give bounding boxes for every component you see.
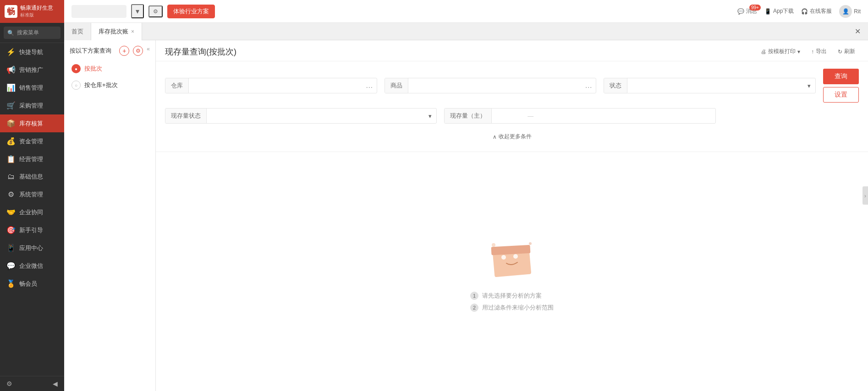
export-label: 导出 [816,48,827,55]
sidebar-item-member[interactable]: 🏅 畅会员 [0,275,64,293]
tab-bar: 首页 库存批次账 × ✕ [64,23,868,40]
sidebar-item-label: 系统管理 [19,190,43,199]
sidebar-item-apps[interactable]: 📱 应用中心 [0,239,64,257]
quantity-range: — [492,109,715,123]
search-icon: 🔍 [7,30,14,36]
online-service-button[interactable]: 🎧 在线客服 [801,7,832,15]
stock-status-filter: 现存量状态 ▾ [165,108,437,124]
sidebar-item-label: 销售管理 [19,84,43,92]
collapse-label: 收起更多条件 [499,133,532,141]
sidebar-item-inventory[interactable]: 📦 库存核算 [0,114,64,132]
sidebar-item-enterprise[interactable]: 🤝 企业协同 [0,203,64,221]
sidebar-item-label: 畅会员 [19,280,37,288]
sidebar-item-quick-nav[interactable]: ⚡ 快捷导航 [0,43,64,61]
scheme-by-warehouse-batch-label: 按仓库+批次 [84,81,118,89]
basic-icon: 🗂 [6,173,16,181]
product-more-icon: … [585,81,592,89]
left-panel-collapse-button[interactable]: « [147,46,150,56]
purchase-icon: 🛒 [6,101,16,110]
tip1-number: 1 [470,292,478,300]
sidebar-item-wechat[interactable]: 💬 企业微信 [0,257,64,275]
tip1-text: 请先选择要分析的方案 [482,292,542,300]
sidebar-item-purchase[interactable]: 🛒 采购管理 [0,97,64,114]
query-button[interactable]: 查询 [823,69,859,84]
tab-inventory-batch[interactable]: 库存批次账 × [91,23,142,40]
empty-state: 1 请先选择要分析的方案 2 用过滤条件来缩小分析范围 [156,152,868,391]
sidebar-item-operation[interactable]: 📋 经营管理 [0,150,64,168]
sidebar-search-area: 🔍 搜索菜单 [0,23,64,43]
sidebar-item-sales[interactable]: 📊 销售管理 [0,79,64,97]
status-select[interactable]: ▾ [627,79,815,92]
experience-btn[interactable]: 体验行业方案 [167,5,215,18]
app-logo: 畅 [5,5,17,18]
quantity-max-input[interactable] [537,109,565,123]
gear-icon: ⚙ [136,48,141,54]
warehouse-more-button[interactable]: … [362,80,377,92]
app-download-button[interactable]: 📱 App下载 [764,7,794,15]
right-panel-toggle[interactable]: › [863,186,868,205]
inventory-icon: 📦 [6,119,16,128]
tab-close-icon[interactable]: × [131,28,134,35]
stock-status-select[interactable]: ▾ [207,109,436,123]
sidebar-footer: ⚙ ◀ [0,376,64,391]
svg-point-4 [492,243,495,247]
print-chevron-icon: ▾ [797,49,800,55]
sidebar-settings-button[interactable]: ⚙ [6,380,12,387]
wechat-icon: 💬 [6,261,16,270]
member-icon: 🏅 [6,279,16,288]
sidebar-collapse-button[interactable]: ◀ [53,380,58,387]
filter-settings-button[interactable]: 设置 [823,87,859,103]
scheme-by-batch-item[interactable]: ● 按批次 [64,60,155,77]
sidebar-item-label: 快捷导航 [19,48,43,56]
message-button[interactable]: 💬 消息 99+ [737,7,757,15]
right-panel: 现存量查询(按批次) 🖨 按模板打印 ▾ ↑ 导出 ↻ 刷新 [156,40,868,391]
tab-home[interactable]: 首页 [64,23,91,40]
sidebar-item-label: 基础信息 [19,173,43,181]
right-arrow-icon: › [864,192,866,199]
product-more-button[interactable]: … [581,80,596,92]
page-close-button[interactable]: ✕ [855,27,868,36]
collapse-more-button[interactable]: ∧ 收起更多条件 [165,129,859,144]
warehouse-input[interactable] [189,79,362,92]
product-input[interactable] [408,79,582,92]
left-panel-actions: + ⚙ « [119,46,150,56]
newbie-icon: 🎯 [6,226,16,234]
online-service-label: 在线客服 [810,7,832,15]
search-menu-button[interactable]: 🔍 搜索菜单 [4,27,60,39]
headset-icon: 🎧 [801,8,808,15]
print-icon: 🖨 [761,49,766,55]
finance-icon: 💰 [6,137,16,146]
empty-illustration [484,228,539,282]
chevron-up-icon: ∧ [493,134,497,140]
page-header: 现存量查询(按批次) 🖨 按模板打印 ▾ ↑ 导出 ↻ 刷新 [156,40,868,61]
quantity-min-input[interactable] [496,109,524,123]
user-profile-button[interactable]: 👤 Rit [839,5,861,18]
sidebar-item-finance[interactable]: 💰 资金管理 [0,132,64,150]
settings-icon-button[interactable]: ⚙ [148,5,163,17]
print-label: 按模板打印 [768,48,796,55]
sidebar-nav: ⚡ 快捷导航 📢 营销推广 📊 销售管理 🛒 采购管理 📦 库存核算 💰 资金管… [0,43,64,376]
refresh-icon: ↻ [838,49,842,55]
add-scheme-button[interactable]: + [119,46,129,56]
scheme-settings-button[interactable]: ⚙ [133,46,143,56]
warehouse-more-icon: … [366,81,373,89]
print-template-button[interactable]: 🖨 按模板打印 ▾ [757,46,804,57]
sales-icon: 📊 [6,83,16,92]
sidebar-item-newbie[interactable]: 🎯 新手引导 [0,221,64,239]
sidebar-item-system[interactable]: ⚙ 系统管理 [0,185,64,203]
top-header: ▾ ⚙ 体验行业方案 💬 消息 99+ 📱 App下载 🎧 在线客服 👤 [64,0,868,23]
sidebar-item-basic[interactable]: 🗂 基础信息 [0,168,64,185]
empty-messages: 1 请先选择要分析的方案 2 用过滤条件来缩小分析范围 [470,292,554,315]
scheme-by-warehouse-batch-item[interactable]: ○ 按仓库+批次 [64,77,155,93]
tab-active-label: 库存批次账 [99,27,128,36]
user-name: Rit [854,8,861,15]
sidebar-item-marketing[interactable]: 📢 营销推广 [0,61,64,79]
export-button[interactable]: ↑ 导出 [808,46,830,57]
tip2-text: 用过滤条件来缩小分析范围 [482,304,554,312]
refresh-button[interactable]: ↻ 刷新 [834,46,859,57]
quantity-filter: 现存量（主） — [444,108,716,124]
scheme-by-batch-label: 按批次 [84,65,102,73]
dropdown-button[interactable]: ▾ [131,4,144,18]
sidebar-item-label: 库存核算 [19,119,43,128]
content-area: 按以下方案查询 + ⚙ « ● 按批次 ○ [64,40,868,391]
